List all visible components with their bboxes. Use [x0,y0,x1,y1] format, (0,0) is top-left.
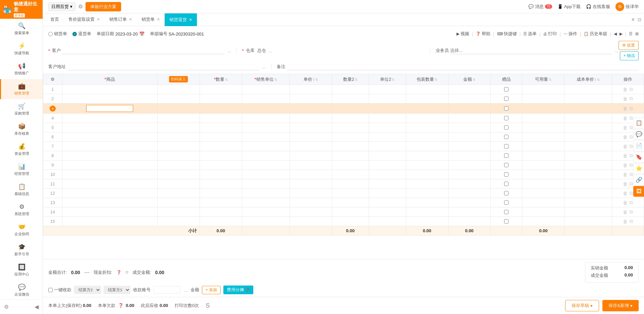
cell-avail-4[interactable] [522,114,565,123]
cell-unit2-13[interactable] [369,198,406,207]
cell-pkg-4[interactable] [406,114,448,123]
save-draft-dropdown-icon[interactable]: ▾ [590,303,593,308]
cell-unit-12[interactable] [242,189,289,198]
cell-price-9[interactable] [289,161,332,170]
cell-qty2-15[interactable] [332,217,369,226]
sidebar-item-system[interactable]: ⚙ 系统管理 [0,200,43,220]
cell-qty2-11[interactable] [332,179,369,189]
save-draft-btn[interactable]: 保存草稿 ▾ [565,300,599,311]
cell-gift-15[interactable] [490,217,522,226]
delete-icon-15[interactable]: 🗑 [623,219,628,224]
cell-price-4[interactable] [289,114,332,123]
cell-amount-15[interactable] [448,217,490,226]
copy-icon-11[interactable]: ⧉ [630,181,633,187]
online-service-btn[interactable]: 🎧 在线客服 [586,4,610,10]
address-dots[interactable]: ... [262,64,266,69]
copy-icon-10[interactable]: ⧉ [630,172,633,177]
cell-gift-10[interactable] [490,170,522,179]
cell-avail-11[interactable] [522,179,565,189]
cell-unit-2[interactable] [242,94,289,104]
gift-checkbox-8[interactable] [504,153,508,158]
radio-sale[interactable]: 销货单 [48,31,67,37]
cell-pkg-1[interactable] [406,85,448,94]
cell-amount-14[interactable] [448,207,490,217]
cell-unit-9[interactable] [242,161,289,170]
copy-icon-6[interactable]: ⧉ [630,134,633,140]
cell-cost-3[interactable] [565,104,612,114]
cell-price-6[interactable] [289,132,332,142]
delete-icon-9[interactable]: 🗑 [623,163,628,168]
cell-qty-8[interactable] [200,151,242,161]
cell-price-7[interactable] [289,142,332,151]
sidebar-item-marketing[interactable]: 📢 营销推广 [0,59,43,79]
cell-amount-12[interactable] [448,189,490,198]
cell-avail-13[interactable] [522,198,565,207]
message-btn[interactable]: 💬 消息 70 [528,4,552,10]
gift-checkbox-7[interactable] [504,144,508,148]
cell-pkg-12[interactable] [406,189,448,198]
copy-icon-5[interactable]: ⧉ [630,125,633,130]
cell-unit2-3[interactable] [369,104,406,114]
tab-首页[interactable]: 首页 [46,13,64,26]
pkg-sort-icon[interactable]: ⇅ [435,78,437,81]
unit-sort-icon[interactable]: ⇅ [274,78,277,81]
cell-amount-7[interactable] [448,142,490,151]
calendar-icon[interactable]: 📅 [139,32,145,37]
cell-goods-7[interactable] [62,142,157,151]
discount-help-icon[interactable]: ❓ [116,270,121,275]
gift-checkbox-12[interactable] [504,191,508,195]
cell-amount-5[interactable] [448,123,490,132]
cell-qty2-10[interactable] [332,170,369,179]
sidebar-item-basic[interactable]: 📋 基础信息 [0,180,43,200]
gift-checkbox-10[interactable] [504,172,508,177]
sidebar-item-finance[interactable]: 💰 资金管理 [0,139,43,160]
account-dots[interactable]: ... [184,288,188,293]
cell-amount-13[interactable] [448,198,490,207]
cell-qty-12[interactable] [200,189,242,198]
sidebar-item-search[interactable]: 🔍 搜索菜单 [0,19,43,39]
tab-close-all-icon[interactable]: ✕ [631,17,635,22]
exp-btn[interactable]: 体验行业方案 [86,2,121,11]
cell-goods-6[interactable] [62,132,157,142]
cell-price-12[interactable] [289,189,332,198]
cell-unit-3[interactable] [242,104,289,114]
copy-icon-7[interactable]: ⧉ [630,143,633,149]
cell-amount-11[interactable] [448,179,490,189]
cell-goods-2[interactable] [62,94,157,104]
th-gear[interactable]: ⚙ [43,74,62,85]
cell-qty2-8[interactable] [332,151,369,161]
cell-unit-13[interactable] [242,198,289,207]
toolbar-print[interactable]: 🖨 打印 [543,31,557,37]
cell-price-14[interactable] [289,207,332,217]
cell-avail-14[interactable] [522,207,565,217]
cell-cost-12[interactable] [565,189,612,198]
cost-info-icon[interactable]: ℹ [595,77,596,82]
copy-icon-15[interactable]: ⧉ [630,218,633,224]
toolbar-help[interactable]: ❓ 帮助 [476,31,490,37]
cell-qty2-7[interactable] [332,142,369,151]
cell-avail-12[interactable] [522,189,565,198]
cell-cost-4[interactable] [565,114,612,123]
cell-unit2-12[interactable] [369,189,406,198]
cell-qty2-4[interactable] [332,114,369,123]
customer-input[interactable] [62,47,225,54]
radio-return[interactable]: 退货单 [72,31,91,37]
toolbar-view1[interactable]: ☰ [629,32,633,36]
cell-pkg-8[interactable] [406,151,448,161]
cell-unit2-8[interactable] [369,151,406,161]
cost-sort-icon[interactable]: ⇅ [597,78,600,81]
cell-gift-3[interactable] [490,104,522,114]
delete-icon-10[interactable]: 🗑 [623,172,628,177]
cell-gift-8[interactable] [490,151,522,161]
copy-icon-4[interactable]: ⧉ [630,115,633,121]
cell-gift-7[interactable] [490,142,522,151]
cell-cost-1[interactable] [565,85,612,94]
cell-pkg-15[interactable] [406,217,448,226]
topbar-gear-icon[interactable]: ⚙ [78,3,83,10]
gift-checkbox-5[interactable] [504,125,508,130]
cell-goods-9[interactable] [62,161,157,170]
gift-checkbox-4[interactable] [504,116,508,120]
cell-qty2-2[interactable] [332,94,369,104]
account-no-input[interactable] [153,286,180,294]
one-key-collect-checkbox[interactable]: 一键收款 [48,287,71,293]
